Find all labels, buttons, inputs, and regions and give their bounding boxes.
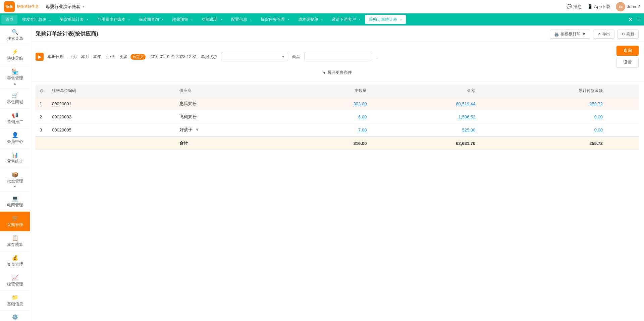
tab-home[interactable]: 首页 — [1, 15, 17, 24]
summary-row: 合计 316.00 62,631.76 259.72 — [36, 137, 639, 150]
tab-close-icon[interactable]: × — [220, 18, 222, 21]
sidebar-item-label: 基础信息 — [7, 301, 23, 307]
shortcut-this-year[interactable]: 本年 — [92, 54, 103, 60]
sidebar-item-sys[interactable]: ⚙️ 系统管理 — [0, 311, 30, 321]
filter-toggle-button[interactable]: ▶ — [36, 53, 44, 61]
close-tab-button[interactable]: ✕ — [627, 16, 634, 23]
print-button[interactable]: 🖨️ 按模板打印 ▼ — [550, 30, 590, 39]
chevron-down-icon: ▼ — [322, 70, 326, 75]
top-bar-left: 标版 畅捷通好生意 母婴行业演示账套 ▼ — [4, 1, 85, 12]
sidebar-item-ops[interactable]: 📈 经营管理 — [0, 271, 30, 291]
quantity-link[interactable]: 303.00 — [354, 101, 367, 106]
org-selector[interactable]: 母婴行业演示账套 ▼ — [46, 4, 85, 10]
shortcut-last-month[interactable]: 上月 — [68, 54, 78, 60]
export-button[interactable]: ↗ 导出 — [593, 30, 614, 39]
sidebar-item-inventory[interactable]: 📋 库存核算 — [0, 231, 30, 251]
sidebar-item-retail-shop[interactable]: 🛒 零售商城 — [0, 89, 30, 109]
goods-input[interactable] — [304, 52, 371, 61]
paid-link[interactable]: 0.00 — [594, 127, 603, 132]
sidebar-item-label: 会员中心 — [7, 139, 23, 145]
more-options-button[interactable]: ... — [375, 54, 379, 59]
laptop-icon: 💻 — [12, 195, 18, 202]
sidebar-item-search[interactable]: 🔍 搜索菜单 — [0, 25, 30, 45]
quantity-link[interactable]: 6.00 — [358, 114, 367, 119]
tab-close-icon[interactable]: × — [162, 18, 164, 21]
sidebar-item-label: 零售商城 — [7, 99, 23, 105]
tab-close-icon[interactable]: × — [400, 18, 402, 21]
tab-label: 配置信息 — [231, 17, 247, 22]
box-icon: 📦 — [12, 171, 18, 178]
quantity-link[interactable]: 7.00 — [358, 127, 367, 132]
amount-link[interactable]: 60,519.44 — [456, 101, 475, 106]
sidebar-item-marketing[interactable]: 📢 营销推广 — [0, 109, 30, 128]
tab-yaohuodantongjibiao[interactable]: 要货单统计表 × — [56, 15, 93, 24]
row-extra — [607, 110, 639, 123]
top-bar: 标版 畅捷通好生意 母婴行业演示账套 ▼ 💬 消息 📱 App下载 Ea dem… — [0, 0, 644, 13]
tab-close-icon[interactable]: × — [321, 18, 323, 21]
tab-keyongliang[interactable]: 可用量库存账本 × — [93, 15, 134, 24]
expand-more-button[interactable]: ▼ 展开更多条件 — [36, 68, 639, 77]
sidebar-item-retail-stat[interactable]: 📊 零售统计 — [0, 148, 30, 168]
tab-baozhiqi[interactable]: 保质期查询 × — [135, 15, 168, 24]
tab-peizhi[interactable]: 配置信息 × — [227, 15, 256, 24]
sidebar-item-quicknav[interactable]: ⚡ 快捷导航 — [0, 45, 30, 65]
col-amount: 金额 — [371, 85, 479, 97]
gear-icon: ⚙️ — [12, 314, 18, 320]
sidebar-item-purchase[interactable]: 🛒 采购管理 — [0, 212, 30, 231]
tab-yaoqing[interactable]: 邀请下游客户 × — [328, 15, 365, 24]
top-bar-right: 💬 消息 📱 App下载 Ea demo2 — [567, 2, 640, 11]
page-container: 采购订单统计表(按供应商) 🖨️ 按模板打印 ▼ ↗ 导出 ↻ 刷新 — [30, 25, 644, 321]
clipboard-icon: 📋 — [12, 235, 18, 241]
tab-shoufahuizonghebiao[interactable]: 收发存汇总表 × — [18, 15, 55, 24]
maximize-button[interactable]: □ — [637, 16, 643, 22]
row-amount: 60,519.44 — [371, 97, 479, 110]
shortcut-this-month[interactable]: 本月 — [80, 54, 91, 60]
tab-close-icon[interactable]: × — [49, 18, 51, 21]
tab-label: 成本调整单 — [298, 17, 318, 22]
tab-gongneng[interactable]: 功能说明 × — [198, 15, 226, 24]
sidebar-item-finance[interactable]: 💰 资金管理 — [0, 251, 30, 271]
tab-label: 可用量库存账本 — [97, 17, 125, 22]
paid-link[interactable]: 259.72 — [589, 101, 603, 106]
settings-button[interactable]: 设置 — [616, 57, 639, 68]
sidebar-item-retail[interactable]: 🏪 零售管理 ▲ — [0, 65, 30, 89]
tab-close-icon[interactable]: × — [250, 18, 252, 21]
goods-label: 商品 — [292, 54, 300, 60]
sidebar-item-wholesale[interactable]: 📦 批发管理 ▼ — [0, 168, 30, 192]
message-label: 消息 — [573, 4, 582, 10]
tab-label: 保质期查询 — [139, 17, 159, 22]
status-select[interactable]: ▼ — [221, 52, 288, 61]
user-profile[interactable]: Ea demo2 — [616, 2, 640, 11]
row-unit-code: 00020001 — [48, 97, 175, 110]
store-icon: 🏪 — [12, 68, 18, 75]
tab-peihuorenwu[interactable]: 拣货任务管理 × — [257, 15, 293, 24]
paid-link[interactable]: 0.00 — [594, 114, 603, 119]
refresh-button[interactable]: ↻ 刷新 — [617, 30, 639, 39]
tab-close-icon[interactable]: × — [87, 18, 89, 21]
tab-close-icon[interactable]: × — [128, 18, 130, 21]
table-settings-icon[interactable]: ⚙ — [40, 88, 44, 94]
tab-caigoutongjibiao[interactable]: 采购订单统计表 × — [365, 15, 406, 24]
app-download-button[interactable]: 📱 App下载 — [587, 4, 610, 10]
tab-chengben[interactable]: 成本调整单 × — [294, 15, 327, 24]
query-button[interactable]: 查询 — [616, 46, 639, 56]
amount-link[interactable]: 1,586.52 — [459, 114, 476, 119]
shortcut-7days[interactable]: 近7天 — [104, 54, 117, 60]
tab-close-icon[interactable]: × — [287, 18, 289, 21]
sidebar-item-member[interactable]: 👤 会员中心 — [0, 128, 30, 148]
amount-link[interactable]: 525.80 — [462, 127, 475, 132]
row-quantity: 7.00 — [286, 123, 371, 137]
shortcut-more[interactable]: 更多 — [118, 54, 129, 60]
sidebar-item-basic[interactable]: 📁 基础信息 — [0, 291, 30, 311]
export-label: 导出 — [602, 31, 610, 37]
row-index: 1 — [36, 97, 48, 110]
tab-close-icon[interactable]: × — [359, 18, 361, 21]
tab-chaochuyujing[interactable]: 超储预警 × — [168, 15, 197, 24]
download-icon: 📱 — [587, 4, 593, 9]
sidebar-item-label: 资金管理 — [7, 262, 23, 267]
sidebar-item-ecom[interactable]: 💻 电商管理 — [0, 192, 30, 212]
message-button[interactable]: 💬 消息 — [567, 4, 582, 10]
row-unit-code: 00020005 — [48, 123, 175, 137]
table-row: 2 00020002 飞鹤奶粉 6.00 1,586.52 0.00 — [36, 110, 639, 123]
tab-close-icon[interactable]: × — [191, 18, 193, 21]
